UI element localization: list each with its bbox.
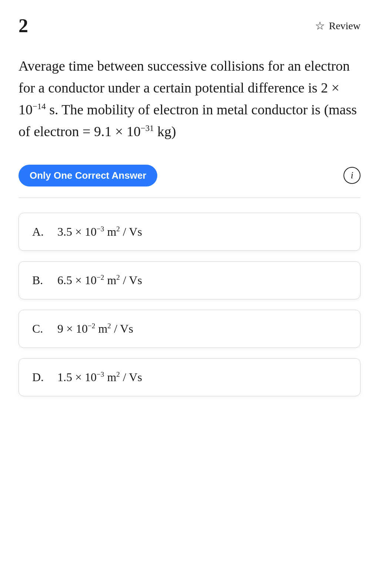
option-b-text: 6.5 × 10−2 m2 / Vs bbox=[57, 273, 142, 287]
info-symbol: i bbox=[351, 170, 353, 181]
option-a-label: A. bbox=[32, 225, 46, 239]
option-b-label: B. bbox=[32, 273, 46, 287]
option-d-text: 1.5 × 10−3 m2 / Vs bbox=[57, 370, 142, 384]
star-icon: ☆ bbox=[315, 19, 325, 32]
review-label: Review bbox=[329, 20, 360, 32]
option-c[interactable]: C. 9 × 10−2 m2 / Vs bbox=[19, 310, 360, 348]
option-d-label: D. bbox=[32, 370, 46, 384]
option-d[interactable]: D. 1.5 × 10−3 m2 / Vs bbox=[19, 358, 360, 396]
option-c-text: 9 × 10−2 m2 / Vs bbox=[57, 322, 133, 336]
answer-type-badge: Only One Correct Answer bbox=[19, 165, 157, 187]
page-header: 2 ☆ Review bbox=[19, 15, 360, 37]
question-number: 2 bbox=[19, 15, 28, 37]
option-b[interactable]: B. 6.5 × 10−2 m2 / Vs bbox=[19, 261, 360, 299]
section-divider bbox=[19, 198, 360, 198]
option-c-label: C. bbox=[32, 322, 46, 336]
info-icon[interactable]: i bbox=[343, 167, 360, 184]
option-a[interactable]: A. 3.5 × 10−3 m2 / Vs bbox=[19, 213, 360, 251]
review-button[interactable]: ☆ Review bbox=[315, 19, 360, 32]
badge-row: Only One Correct Answer i bbox=[19, 165, 360, 187]
option-a-text: 3.5 × 10−3 m2 / Vs bbox=[57, 225, 142, 239]
options-list: A. 3.5 × 10−3 m2 / Vs B. 6.5 × 10−2 m2 /… bbox=[19, 213, 360, 396]
question-text: Average time between successive collisio… bbox=[19, 55, 360, 142]
